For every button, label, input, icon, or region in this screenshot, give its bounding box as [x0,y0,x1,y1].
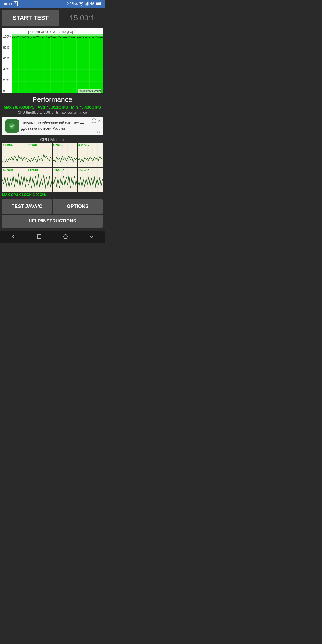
ad-shield-icon [5,119,19,133]
cpu-core-7: 1.97GHz [53,168,77,192]
cpu-core-1: 0.71GHz [2,143,27,167]
cpu-core-1-freq: 0.71GHz [3,144,13,147]
options-button[interactable]: OPTIONS [53,199,103,214]
ad-age-rating: 12+ [95,131,100,134]
y-label-100: 100% [3,35,11,38]
svg-rect-6 [101,3,101,4]
cpu-core-1-graph [2,143,27,167]
svg-rect-71 [27,168,52,192]
bottom-buttons: TEST JAVA/C OPTIONS [2,199,103,214]
y-label-0: 0 [3,90,11,93]
timer-display: 15:00:1 [62,14,103,22]
nav-circle-icon[interactable] [60,233,71,241]
top-row: START TEST 15:00:1 [2,10,103,26]
cpu-core-6-graph [27,168,52,192]
cpu-core-7-graph [53,168,77,192]
stat-max: Max 78,788GIPS [4,105,35,109]
svg-rect-35 [27,143,52,167]
cpu-core-4: 0.71GHz [78,143,103,167]
svg-rect-25 [12,34,103,36]
ad-close-button[interactable]: ✕ [97,118,101,123]
cpu-core-6-freq: 1.97GHz [28,169,38,172]
stat-avg: Avg 75,951GIPS [38,105,68,109]
ad-info-button[interactable]: i [92,118,96,123]
cpu-core-5-freq: 1.97GHz [3,169,13,172]
svg-rect-26 [2,143,27,167]
signal-icon [85,2,89,6]
nav-home-icon[interactable] [34,233,45,241]
cpu-core-7-freq: 1.97GHz [53,169,64,172]
cpu-core-8: 1.97GHz [78,168,103,192]
graph-area: time(interval 2min) [12,34,103,93]
svg-rect-7 [96,3,100,5]
svg-point-99 [64,235,67,239]
status-bar: 16:11 0,62K/s 4G [0,0,105,8]
cpu-monitor-section: CPU Monitor 0.71GHz [2,137,103,197]
cpu-core-4-graph [78,143,103,167]
cpu-core-5: 1.97GHz [2,168,27,192]
cpu-core-2: 0.71GHz [27,143,52,167]
svg-rect-98 [37,235,41,239]
ad-text: Покупка по «безопасной сделке» — доставк… [21,121,99,131]
graph-y-axis: 100% 80% 60% 40% 20% 0 [2,34,12,93]
network-speed: 0,62K/s [67,2,78,6]
y-label-40: 40% [3,68,11,71]
status-left: 16:11 [3,1,18,6]
svg-rect-0 [85,4,85,6]
performance-title: Performance [2,95,103,104]
cpu-core-4-freq: 0.71GHz [78,144,89,147]
svg-rect-44 [53,143,77,167]
ad-text-block: Покупка по «безопасной сделке» — доставк… [21,121,99,131]
nav-back-icon[interactable] [8,233,19,241]
status-right: 0,62K/s 4G [67,2,101,6]
svg-rect-4 [88,2,89,5]
wifi-icon [79,2,84,6]
main-content: START TEST 15:00:1 performance over time… [0,8,105,231]
nav-bar [0,231,105,243]
svg-rect-80 [53,168,77,192]
battery-icon [96,2,101,5]
cpu-core-3: 0.71GHz [53,143,77,167]
help-instructions-button[interactable]: HELP/INSTRUCTIONS [2,215,103,228]
cpu-grid: 0.71GHz 0.71GHz [2,143,103,192]
cpu-core-2-freq: 0.71GHz [28,144,38,147]
cpu-monitor-title: CPU Monitor [2,137,103,142]
graph-container: 100% 80% 60% 40% 20% 0 [2,34,103,93]
nav-chevron-down-icon[interactable] [86,233,97,241]
graph-section: performance over time graph 100% 80% 60%… [2,28,103,93]
svg-rect-89 [78,168,103,192]
svg-rect-53 [78,143,103,167]
cpu-core-8-freq: 1.97GHz [78,169,89,172]
y-label-80: 80% [3,46,11,49]
graph-title: performance over time graph [2,28,103,34]
max-cpu-clock: MAX CPU CLOCK:2.00GHz [2,192,103,197]
svg-rect-3 [87,2,88,5]
notification-icon [14,1,18,6]
graph-time-label: time(interval 2min) [78,89,101,93]
performance-stats: Max 78,788GIPS Avg 75,951GIPS Min 73,430… [2,105,103,109]
ad-controls: i ✕ [92,118,101,123]
start-test-button[interactable]: START TEST [2,10,59,26]
svg-rect-2 [86,3,87,6]
svg-rect-1 [86,3,86,5]
svg-rect-62 [2,168,27,192]
cpu-core-2-graph [27,143,52,167]
stat-min: Min 73,430GIPS [71,105,101,109]
throttle-text: CPU throttled to 95% of its max performa… [2,110,103,114]
cpu-core-5-graph [2,168,27,192]
time-display: 16:11 [3,2,12,6]
cpu-core-3-graph [53,143,77,167]
y-label-20: 20% [3,79,11,82]
y-label-60: 60% [3,57,11,60]
ad-banner[interactable]: Покупка по «безопасной сделке» — доставк… [2,117,103,135]
test-java-c-button[interactable]: TEST JAVA/C [2,199,52,214]
performance-section: Performance Max 78,788GIPS Avg 75,951GIP… [2,95,103,114]
cpu-core-3-freq: 0.71GHz [53,144,64,147]
cpu-core-8-graph [78,168,103,192]
performance-graph-svg [12,34,103,93]
cpu-core-6: 1.97GHz [27,168,52,192]
network-type: 4G [90,2,94,6]
